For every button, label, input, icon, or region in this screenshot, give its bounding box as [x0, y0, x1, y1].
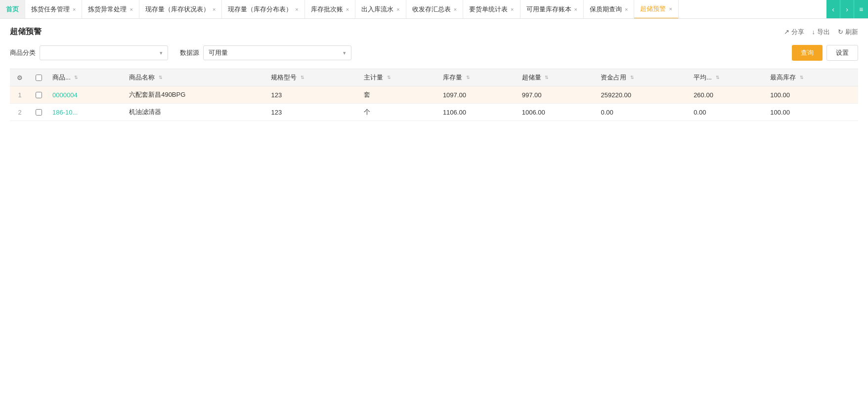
table-header-row: ⚙ 商品... ⇅ 商品名称 ⇅ 规格型号: [10, 69, 858, 86]
row1-avg: 260.00: [689, 86, 765, 104]
row2-check: [30, 104, 47, 121]
close-collect-summary[interactable]: ×: [454, 6, 457, 12]
row1-max-stock: 100.00: [765, 86, 858, 104]
th-avg[interactable]: 平均... ⇅: [689, 69, 765, 86]
page-content: 超储预警 ↗ 分享 ↓ 导出 ↻ 刷新 商品分类 ▾ 数据源: [0, 19, 868, 395]
close-task-mgmt[interactable]: ×: [73, 6, 76, 12]
close-quality-check[interactable]: ×: [625, 6, 628, 12]
row2-spec: 123: [266, 104, 359, 121]
table-row: 1 0000004 六配套新昌490BPG 123 套 1097.00 997.…: [10, 86, 858, 104]
filter-row: 商品分类 ▾ 数据源 可用量 ▾ 查询 设置: [10, 45, 858, 61]
category-filter-group: 商品分类 ▾: [10, 45, 168, 60]
th-gear: ⚙: [10, 69, 30, 86]
row1-stock-qty: 1097.00: [438, 86, 517, 104]
th-overstock-qty[interactable]: 超储量 ⇅: [517, 69, 596, 86]
datasource-label: 数据源: [180, 48, 199, 57]
sort-max-stock-icon: ⇅: [800, 76, 804, 80]
close-available-account[interactable]: ×: [574, 6, 577, 12]
close-inventory-status[interactable]: ×: [213, 6, 216, 12]
sort-product-name-icon: ⇅: [159, 76, 163, 80]
nav-quality-check[interactable]: 保质期查询 ×: [584, 0, 634, 19]
nav-prev-button[interactable]: ‹: [826, 0, 840, 19]
sort-avg-icon: ⇅: [716, 76, 720, 80]
close-inout-flow[interactable]: ×: [396, 6, 399, 12]
header-actions: ↗ 分享 ↓ 导出 ↻ 刷新: [784, 28, 859, 37]
th-max-stock[interactable]: 最高库存 ⇅: [765, 69, 858, 86]
table-row: 2 186-10... 机油滤清器 123 个 1106.00 1006.00 …: [10, 104, 858, 121]
category-select[interactable]: ▾: [40, 45, 168, 60]
export-button[interactable]: ↓ 导出: [812, 28, 830, 37]
nav-task-mgmt[interactable]: 拣货任务管理 ×: [25, 0, 82, 19]
row1-capital: 259220.00: [596, 86, 689, 104]
setting-button[interactable]: 设置: [826, 45, 858, 61]
chevron-down-icon: ▾: [160, 50, 163, 56]
th-product-name[interactable]: 商品名称 ⇅: [124, 69, 266, 86]
page-title: 超储预警: [10, 27, 42, 37]
nav-order-stats[interactable]: 要货单统计表 ×: [463, 0, 520, 19]
topbar: 首页 拣货任务管理 × 拣货异常处理 × 现存量（库存状况表） × 现存量（库存…: [0, 0, 868, 19]
row2-checkbox[interactable]: [36, 109, 42, 116]
row2-product-name: 机油滤清器: [124, 104, 266, 121]
sort-unit-icon: ⇅: [387, 76, 391, 80]
nav-collect-summary[interactable]: 收发存汇总表 ×: [406, 0, 463, 19]
nav-inventory-status[interactable]: 现存量（库存状况表） ×: [139, 0, 222, 19]
row2-index: 2: [10, 104, 30, 121]
row1-product-name: 六配套新昌490BPG: [124, 86, 266, 104]
close-overstock-alert[interactable]: ×: [669, 6, 672, 12]
close-inventory-batch[interactable]: ×: [346, 6, 349, 12]
row2-unit: 个: [359, 104, 438, 121]
nav-home[interactable]: 首页: [0, 0, 25, 19]
nav-next-button[interactable]: ›: [840, 0, 854, 19]
select-all-checkbox[interactable]: [36, 75, 42, 81]
page-header: 超储预警 ↗ 分享 ↓ 导出 ↻ 刷新: [10, 27, 858, 37]
row1-spec: 123: [266, 86, 359, 104]
query-button[interactable]: 查询: [792, 45, 823, 61]
close-inventory-dist[interactable]: ×: [295, 6, 298, 12]
row2-product-code: 186-10...: [47, 104, 124, 121]
th-unit[interactable]: 主计量 ⇅: [359, 69, 438, 86]
row1-product-code: 0000004: [47, 86, 124, 104]
nav-available-account[interactable]: 可用量库存账本 ×: [521, 0, 584, 19]
row1-unit: 套: [359, 86, 438, 104]
export-icon: ↓: [812, 28, 816, 36]
row2-stock-qty: 1106.00: [438, 104, 517, 121]
row1-overstock-qty: 997.00: [517, 86, 596, 104]
row2-max-stock: 100.00: [765, 104, 858, 121]
nav-inventory-dist[interactable]: 现存量（库存分布表） ×: [222, 0, 304, 19]
nav-abnormal[interactable]: 拣货异常处理 ×: [82, 0, 139, 19]
gear-icon[interactable]: ⚙: [17, 74, 23, 81]
row2-overstock-qty: 1006.00: [517, 104, 596, 121]
row2-capital: 0.00: [596, 104, 689, 121]
th-stock-qty[interactable]: 库存量 ⇅: [438, 69, 517, 86]
th-checkbox: [30, 69, 47, 86]
sort-spec-icon: ⇅: [301, 76, 304, 80]
data-table: ⚙ 商品... ⇅ 商品名称 ⇅ 规格型号: [10, 69, 858, 121]
datasource-select-value: 可用量: [209, 48, 228, 57]
th-capital[interactable]: 资金占用 ⇅: [596, 69, 689, 86]
refresh-icon: ↻: [838, 28, 843, 36]
row1-checkbox[interactable]: [36, 92, 42, 98]
row1-index: 1: [10, 86, 30, 104]
share-icon: ↗: [784, 28, 789, 36]
sort-stock-qty-icon: ⇅: [466, 76, 470, 80]
close-abnormal[interactable]: ×: [130, 6, 132, 12]
filter-actions: 查询 设置: [792, 45, 858, 61]
share-button[interactable]: ↗ 分享: [784, 28, 804, 37]
datasource-select[interactable]: 可用量 ▾: [203, 45, 351, 60]
th-product-code[interactable]: 商品... ⇅: [47, 69, 124, 86]
nav-more-button[interactable]: ≡: [854, 0, 868, 19]
nav-inventory-batch[interactable]: 库存批次账 ×: [305, 0, 355, 19]
close-order-stats[interactable]: ×: [511, 6, 514, 12]
nav-inout-flow[interactable]: 出入库流水 ×: [355, 0, 406, 19]
sort-overstock-qty-icon: ⇅: [545, 76, 549, 80]
th-spec[interactable]: 规格型号 ⇅: [266, 69, 359, 86]
row2-avg: 0.00: [689, 104, 765, 121]
row1-check: [30, 86, 47, 104]
nav-arrows: ‹ › ≡: [826, 0, 868, 19]
refresh-button[interactable]: ↻ 刷新: [838, 28, 858, 37]
sort-product-code-icon: ⇅: [74, 76, 78, 80]
nav-overstock-alert[interactable]: 超储预警 ×: [634, 0, 678, 19]
category-label: 商品分类: [10, 48, 36, 57]
datasource-filter-group: 数据源 可用量 ▾: [180, 45, 351, 60]
datasource-chevron-down-icon: ▾: [343, 50, 346, 56]
